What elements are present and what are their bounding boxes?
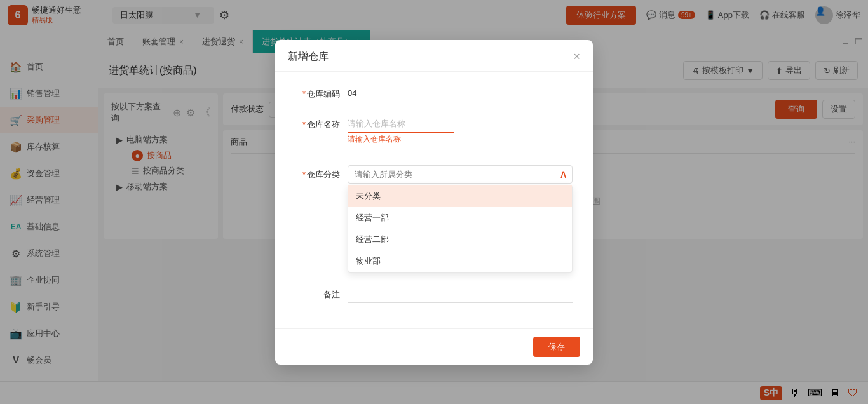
- form-item-name: 仓库名称 请输入仓库名称: [295, 115, 573, 145]
- label-name: 仓库名称: [295, 115, 340, 130]
- modal-close-button[interactable]: ×: [573, 50, 580, 64]
- error-msg-name: 请输入仓库名称: [348, 133, 573, 145]
- modal-header: 新增仓库 ×: [275, 40, 593, 72]
- save-button[interactable]: 保存: [533, 337, 580, 357]
- form-item-category: 仓库分类 ∧ 未分类 经营一部 经营二部 物业部: [295, 165, 573, 184]
- dropdown-item-0[interactable]: 未分类: [348, 185, 572, 207]
- form-item-remark: 备注: [295, 285, 573, 303]
- modal-title: 新增仓库: [288, 50, 329, 64]
- label-code: 仓库编码: [295, 84, 340, 100]
- label-remark: 备注: [295, 285, 340, 300]
- category-select-wrap: ∧ 未分类 经营一部 经营二部 物业部: [348, 165, 573, 184]
- input-name[interactable]: [348, 115, 454, 133]
- form-item-code: 仓库编码: [295, 84, 573, 102]
- input-remark[interactable]: [348, 285, 573, 303]
- add-warehouse-modal: 新增仓库 × 仓库编码 仓库名称 请输入仓库名称 仓库分类: [275, 40, 593, 365]
- modal-body: 仓库编码 仓库名称 请输入仓库名称 仓库分类 ∧ 未分类: [275, 72, 593, 328]
- dropdown-item-3[interactable]: 物业部: [348, 250, 572, 272]
- input-category[interactable]: [348, 165, 573, 184]
- input-code[interactable]: [348, 84, 573, 102]
- modal-overlay: 新增仓库 × 仓库编码 仓库名称 请输入仓库名称 仓库分类: [0, 0, 868, 404]
- dropdown-item-2[interactable]: 经营二部: [348, 229, 572, 250]
- category-dropdown: 未分类 经营一部 经营二部 物业部: [348, 185, 573, 273]
- modal-footer: 保存: [275, 328, 593, 365]
- label-category: 仓库分类: [295, 165, 340, 180]
- dropdown-item-1[interactable]: 经营一部: [348, 207, 572, 229]
